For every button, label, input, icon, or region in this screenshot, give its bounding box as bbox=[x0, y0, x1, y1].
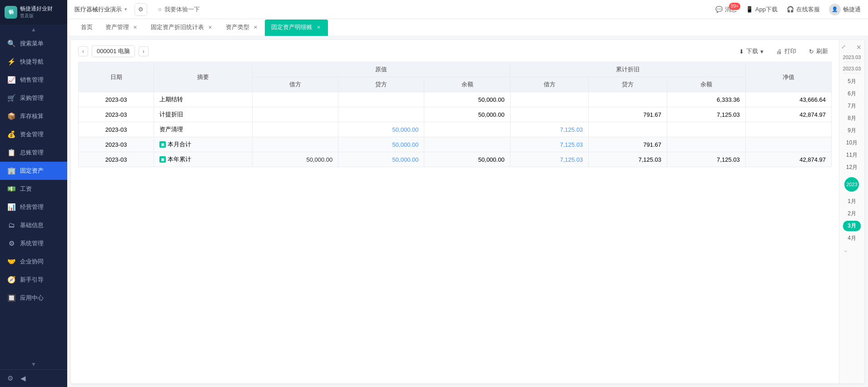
app-download-button[interactable]: 📱 App下载 bbox=[746, 5, 778, 14]
sidebar-scroll-up[interactable]: ▲ bbox=[0, 25, 67, 35]
company-selector[interactable]: 医疗器械行业演示 ▾ bbox=[74, 5, 127, 14]
col-orig-credit: 贷方 bbox=[338, 77, 424, 92]
col-orig-debit: 借方 bbox=[253, 77, 338, 92]
print-button[interactable]: 🖨 打印 bbox=[773, 45, 800, 57]
tab-close-asset-mgmt[interactable]: ✕ bbox=[132, 24, 138, 30]
cell-orig-credit bbox=[338, 107, 424, 122]
sidebar-item-label: 工资 bbox=[20, 185, 32, 193]
cell-dep-credit: 791.67 bbox=[589, 107, 667, 122]
logo-icon: 畅 bbox=[5, 6, 17, 19]
content-area: ‹ 000001 电脑 › ⬇ 下载 ▾ 🖨 bbox=[71, 40, 864, 383]
settings-icon[interactable]: ⚙ bbox=[7, 374, 13, 382]
company-settings-button[interactable]: ⚙ bbox=[134, 3, 147, 16]
tab-depreciation-stats[interactable]: 固定资产折旧统计表✕ bbox=[144, 20, 219, 36]
sidebar-item-apps[interactable]: 🔲应用中心 bbox=[0, 289, 67, 307]
fixed-asset-detail-table: 日期 摘要 原值 累计折旧 净值 借方 贷方 余额 借方 贷方 余额 bbox=[78, 62, 832, 167]
tab-asset-mgmt[interactable]: 资产管理✕ bbox=[99, 20, 144, 36]
main-content: 医疗器械行业演示 ▾ ⚙ ○ 我要体验一下 💬 消息 99+ 📱 App下载 🎧… bbox=[67, 0, 868, 387]
sidebar-item-funds[interactable]: 💰资金管理 bbox=[0, 125, 67, 144]
sidebar-scroll-down[interactable]: ▼ bbox=[0, 359, 67, 369]
logo-text: 畅捷通好业财 普及版 bbox=[20, 5, 53, 19]
sidebar-item-salary[interactable]: 💵工资 bbox=[0, 180, 67, 198]
refresh-button[interactable]: ↻ 刷新 bbox=[805, 45, 832, 57]
table-area: ‹ 000001 电脑 › ⬇ 下载 ▾ 🖨 bbox=[71, 40, 839, 383]
cell-orig-balance bbox=[424, 122, 510, 137]
timeline-panel: ✕ ⤢ 2023.03 2023.03 5月6月7月8月9月10月11月12月 … bbox=[839, 40, 864, 383]
collab-icon: 🤝 bbox=[7, 258, 15, 266]
timeline-month[interactable]: 4月 bbox=[843, 232, 861, 244]
sidebar-item-basic[interactable]: 🗂基础信息 bbox=[0, 216, 67, 234]
tab-asset-type[interactable]: 资产类型✕ bbox=[219, 20, 265, 36]
cell-net-value: 43,666.64 bbox=[745, 92, 831, 107]
next-asset-button[interactable]: › bbox=[139, 46, 149, 56]
cell-net-value bbox=[745, 137, 831, 152]
online-service-button[interactable]: 🎧 在线客服 bbox=[787, 5, 820, 14]
tab-close-depreciation-stats[interactable]: ✕ bbox=[207, 24, 213, 30]
sidebar-item-quicknav[interactable]: ⚡快捷导航 bbox=[0, 53, 67, 71]
sidebar-item-fixed[interactable]: 🏢固定资产 bbox=[0, 162, 67, 180]
table-row: 2023-03 上期结转 50,000.00 6,333.36 43,666.6… bbox=[79, 92, 832, 107]
sidebar-item-ledger[interactable]: 📋总账管理 bbox=[0, 144, 67, 162]
timeline-month[interactable]: 10月 bbox=[843, 137, 861, 149]
table-row: 2023-03 计提折旧 50,000.00 791.67 7,125.03 4… bbox=[79, 107, 832, 122]
cell-dep-balance bbox=[667, 122, 746, 137]
cell-date: 2023-03 bbox=[79, 137, 154, 152]
timeline-month[interactable]: 1月 bbox=[843, 195, 861, 208]
timeline-month[interactable]: 8月 bbox=[843, 112, 861, 124]
timeline-expand-button[interactable]: ⤢ bbox=[841, 44, 846, 50]
sidebar-item-purchase[interactable]: 🛒采购管理 bbox=[0, 89, 67, 107]
timeline-month-active[interactable]: 3月 bbox=[843, 221, 861, 231]
salary-icon: 💵 bbox=[7, 185, 15, 193]
sidebar-item-guide[interactable]: 🧭新手引导 bbox=[0, 271, 67, 289]
download-button[interactable]: ⬇ 下载 ▾ bbox=[735, 45, 767, 57]
cell-orig-debit bbox=[253, 137, 338, 152]
cell-summary: ▣本月合计 bbox=[154, 137, 253, 152]
tab-home[interactable]: 首页 bbox=[74, 20, 99, 36]
sidebar-item-system[interactable]: ⚙系统管理 bbox=[0, 234, 67, 253]
sidebar-item-label: 销售管理 bbox=[20, 76, 44, 84]
prev-asset-button[interactable]: ‹ bbox=[78, 46, 88, 56]
tab-asset-detail[interactable]: 固定资产明细账✕ bbox=[265, 20, 328, 36]
download-icon: 📱 bbox=[746, 6, 753, 13]
purchase-icon: 🛒 bbox=[7, 94, 15, 102]
experience-icon: ○ bbox=[158, 6, 162, 13]
tab-close-asset-type[interactable]: ✕ bbox=[252, 24, 258, 30]
timeline-month[interactable]: 7月 bbox=[843, 100, 861, 112]
timeline-month[interactable]: 5月 bbox=[843, 75, 861, 88]
tab-close-asset-detail[interactable]: ✕ bbox=[315, 24, 322, 30]
timeline-close-button[interactable]: ✕ bbox=[856, 44, 862, 51]
funds-icon: 💰 bbox=[7, 130, 15, 139]
cell-orig-debit bbox=[253, 107, 338, 122]
sidebar-item-label: 系统管理 bbox=[20, 239, 44, 248]
fixed-icon: 🏢 bbox=[7, 167, 15, 175]
collapse-icon[interactable]: ◀ bbox=[20, 374, 26, 382]
timeline-down-arrow[interactable]: ⌄ bbox=[843, 246, 861, 253]
experience-button[interactable]: ○ 我要体验一下 bbox=[158, 5, 200, 14]
timeline-top-year: 2023.03 bbox=[843, 53, 861, 62]
cell-dep-balance: 6,333.36 bbox=[667, 92, 746, 107]
col-orig-balance: 余额 bbox=[424, 77, 510, 92]
user-profile[interactable]: 👤 畅捷通 bbox=[829, 4, 861, 15]
col-net-value: 净值 bbox=[745, 62, 831, 92]
cell-net-value: 42,874.97 bbox=[745, 152, 831, 167]
sales-icon: 📈 bbox=[7, 76, 15, 84]
cell-dep-debit bbox=[510, 107, 589, 122]
sidebar-item-search[interactable]: 🔍搜索菜单 bbox=[0, 35, 67, 53]
sidebar-bottom: ⚙ ◀ bbox=[0, 369, 67, 387]
timeline-month[interactable]: 6月 bbox=[843, 88, 861, 100]
sidebar-item-collab[interactable]: 🤝企业协同 bbox=[0, 253, 67, 271]
cell-net-value: 42,874.97 bbox=[745, 107, 831, 122]
cell-date: 2023-03 bbox=[79, 152, 154, 167]
messages-button[interactable]: 💬 消息 99+ bbox=[715, 5, 737, 14]
timeline-month[interactable]: 12月 bbox=[843, 161, 861, 174]
tab-label: 固定资产折旧统计表 bbox=[151, 23, 204, 31]
timeline-year-badge[interactable]: 2023 bbox=[844, 177, 859, 192]
sidebar-item-inventory[interactable]: 📦库存核算 bbox=[0, 107, 67, 125]
timeline-month[interactable]: 2月 bbox=[843, 208, 861, 220]
cell-summary: 资产清理 bbox=[154, 122, 253, 137]
timeline-month[interactable]: 9月 bbox=[843, 124, 861, 137]
sidebar-item-sales[interactable]: 📈销售管理 bbox=[0, 71, 67, 89]
sidebar-item-ops[interactable]: 📊经营管理 bbox=[0, 198, 67, 216]
timeline-month[interactable]: 11月 bbox=[843, 149, 861, 161]
ops-icon: 📊 bbox=[7, 203, 15, 211]
